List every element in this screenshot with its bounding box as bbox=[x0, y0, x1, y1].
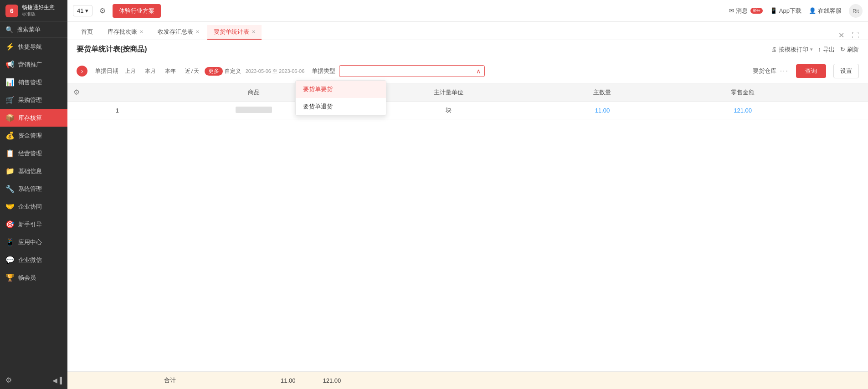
tab-home[interactable]: 首页 bbox=[75, 25, 99, 40]
col-settings[interactable]: ⚙ bbox=[67, 83, 86, 102]
sidebar-search[interactable]: 🔍 搜索菜单 bbox=[0, 22, 67, 38]
row-amount[interactable]: 121.00 bbox=[666, 102, 820, 119]
refresh-button[interactable]: ↻ 刷新 bbox=[840, 46, 859, 54]
row-quantity-link[interactable]: 11.00 bbox=[595, 107, 610, 114]
app-download-icon: 📱 bbox=[770, 7, 777, 14]
company-selector[interactable]: 41 ▾ bbox=[73, 5, 92, 16]
dropdown-item-order-return[interactable]: 要货单退货 bbox=[296, 98, 386, 115]
sidebar-settings-icon[interactable]: ⚙ bbox=[5, 376, 12, 384]
topbar-gear-button[interactable]: ⚙ bbox=[96, 5, 109, 17]
date-filter-label: 单据日期 bbox=[95, 67, 118, 75]
sidebar-item-label: 采购管理 bbox=[18, 96, 42, 104]
date-btn-last-7days[interactable]: 近7天 bbox=[181, 67, 203, 76]
sidebar-item-marketing[interactable]: 📢 营销推广 bbox=[0, 56, 67, 73]
sidebar-item-label: 系统管理 bbox=[18, 185, 42, 193]
app-download-action[interactable]: 📱 App下载 bbox=[770, 7, 801, 15]
sidebar-logo: 6 畅捷通好生意 标准版 bbox=[0, 0, 67, 22]
content-area: 要货单统计表(按商品) 🖨 按模板打印 ▾ ↑ 导出 ↻ 刷新 bbox=[67, 40, 868, 389]
tab-recv-summary-close[interactable]: × bbox=[196, 29, 199, 35]
tab-inventory-batch[interactable]: 库存批次账 × bbox=[101, 25, 149, 40]
sidebar-item-quick-nav[interactable]: ⚡ 快捷导航 bbox=[0, 38, 67, 56]
sidebar-item-sales[interactable]: 📊 销售管理 bbox=[0, 73, 67, 91]
sidebar-item-label: 新手引导 bbox=[18, 220, 42, 229]
online-service-action[interactable]: 👤 在线客服 bbox=[809, 7, 842, 15]
inventory-icon: 📦 bbox=[5, 113, 15, 122]
tab-recv-summary[interactable]: 收发存汇总表 × bbox=[151, 25, 205, 40]
dropdown-item-order-purchase[interactable]: 要货单要货 bbox=[296, 81, 386, 98]
wechat-icon: 💬 bbox=[5, 256, 15, 264]
page-title: 要货单统计表(按商品) bbox=[77, 45, 147, 54]
warehouse-filter-dots[interactable]: ··· bbox=[780, 67, 789, 75]
filter-expand-button[interactable]: › bbox=[77, 66, 87, 77]
table-wrap: ⚙ 商品 主计量单位 主数量 零售金额 1 bbox=[67, 83, 868, 371]
row-quantity[interactable]: 11.00 bbox=[539, 102, 666, 119]
sidebar-items-list: ⚡ 快捷导航 📢 营销推广 📊 销售管理 🛒 采购管理 📦 库存核算 💰 资金管… bbox=[0, 38, 67, 371]
page: 要货单统计表(按商品) 🖨 按模板打印 ▾ ↑ 导出 ↻ 刷新 bbox=[67, 40, 868, 389]
print-arrow-icon: ▾ bbox=[810, 46, 813, 52]
col-amount: 零售金额 bbox=[666, 83, 820, 102]
purchase-icon: 🛒 bbox=[5, 96, 15, 104]
trial-button[interactable]: 体验行业方案 bbox=[113, 4, 161, 18]
export-button[interactable]: ↑ 导出 bbox=[818, 46, 835, 54]
sidebar-item-member[interactable]: 🏆 畅会员 bbox=[0, 269, 67, 287]
date-btn-this-month[interactable]: 本月 bbox=[141, 67, 159, 76]
sidebar-item-inventory[interactable]: 📦 库存核算 bbox=[0, 109, 67, 127]
refresh-icon: ↻ bbox=[840, 46, 845, 53]
query-button[interactable]: 查询 bbox=[796, 64, 826, 78]
print-button[interactable]: 🖨 按模板打印 ▾ bbox=[771, 46, 813, 54]
date-btn-more[interactable]: 更多 bbox=[205, 67, 223, 76]
type-filter-input-wrapper[interactable]: ∧ bbox=[339, 65, 485, 77]
tab-expand-icon[interactable]: ⛶ bbox=[850, 31, 861, 40]
sidebar-item-wechat[interactable]: 💬 企业微信 bbox=[0, 251, 67, 269]
row-amount-link[interactable]: 121.00 bbox=[734, 107, 752, 114]
sidebar-item-app-center[interactable]: 📱 应用中心 bbox=[0, 233, 67, 251]
type-filter-group: 单据类型 ∧ bbox=[312, 65, 745, 77]
sidebar-item-label: 经营管理 bbox=[18, 149, 42, 158]
member-icon: 🏆 bbox=[5, 273, 15, 282]
sidebar: 6 畅捷通好生意 标准版 🔍 搜索菜单 ⚡ 快捷导航 📢 营销推广 📊 销售管理… bbox=[0, 0, 67, 389]
type-filter-input[interactable] bbox=[343, 68, 476, 75]
footer-amount: 121.00 bbox=[323, 377, 341, 384]
tab-order-summary-close[interactable]: × bbox=[252, 29, 255, 35]
tab-close-icon[interactable]: ✕ bbox=[837, 31, 846, 40]
sidebar-collapse-icon[interactable]: ◀▐ bbox=[52, 377, 62, 384]
quick-nav-icon: ⚡ bbox=[5, 42, 15, 51]
export-label: 导出 bbox=[823, 46, 835, 54]
finance-icon: 💰 bbox=[5, 131, 15, 140]
tabbar: 首页 库存批次账 × 收发存汇总表 × 要货单统计表 × ✕ ⛶ bbox=[67, 22, 868, 40]
date-btn-this-year[interactable]: 本年 bbox=[161, 67, 180, 76]
tab-home-label: 首页 bbox=[81, 28, 93, 36]
export-icon: ↑ bbox=[818, 46, 822, 53]
type-filter-arrow-icon[interactable]: ∧ bbox=[476, 67, 481, 75]
sidebar-item-basic[interactable]: 📁 基础信息 bbox=[0, 162, 67, 180]
messages-action[interactable]: ✉ 消息 99+ bbox=[729, 7, 763, 15]
sidebar-item-system[interactable]: 🔧 系统管理 bbox=[0, 180, 67, 198]
user-avatar[interactable]: Rit bbox=[849, 4, 863, 18]
row-empty bbox=[820, 102, 868, 119]
service-icon: 👤 bbox=[809, 7, 816, 14]
main-area: 41 ▾ ⚙ 体验行业方案 ✉ 消息 99+ 📱 App下载 👤 在线客服 bbox=[67, 0, 868, 389]
tab-inventory-batch-close[interactable]: × bbox=[140, 29, 143, 35]
col-quantity: 主数量 bbox=[539, 83, 666, 102]
date-btn-custom[interactable]: 自定义 bbox=[225, 67, 241, 75]
sidebar-item-guide[interactable]: 🎯 新手引导 bbox=[0, 215, 67, 233]
sidebar-item-purchase[interactable]: 🛒 采购管理 bbox=[0, 91, 67, 109]
tab-order-summary[interactable]: 要货单统计表 × bbox=[207, 25, 262, 40]
logo-sub: 标准版 bbox=[22, 11, 55, 17]
sidebar-item-finance[interactable]: 💰 资金管理 bbox=[0, 127, 67, 144]
filter-settings-button[interactable]: 设置 bbox=[833, 64, 859, 78]
warehouse-filter-group: 要货仓库 ··· bbox=[753, 67, 789, 75]
logo-name: 畅捷通好生意 bbox=[22, 4, 55, 11]
avatar-text: Rit bbox=[853, 8, 858, 14]
print-label: 按模板打印 bbox=[779, 46, 808, 54]
gear-icon: ⚙ bbox=[99, 6, 106, 15]
type-filter-label: 单据类型 bbox=[312, 67, 335, 75]
data-table: ⚙ 商品 主计量单位 主数量 零售金额 1 bbox=[67, 83, 868, 119]
date-btn-last-month[interactable]: 上月 bbox=[121, 67, 139, 76]
refresh-label: 刷新 bbox=[847, 46, 859, 54]
search-icon: 🔍 bbox=[5, 26, 13, 33]
sidebar-search-label: 搜索菜单 bbox=[17, 26, 41, 34]
messages-badge: 99+ bbox=[750, 8, 763, 14]
sidebar-item-enterprise[interactable]: 🤝 企业协同 bbox=[0, 198, 67, 215]
sidebar-item-operation[interactable]: 📋 经营管理 bbox=[0, 144, 67, 162]
